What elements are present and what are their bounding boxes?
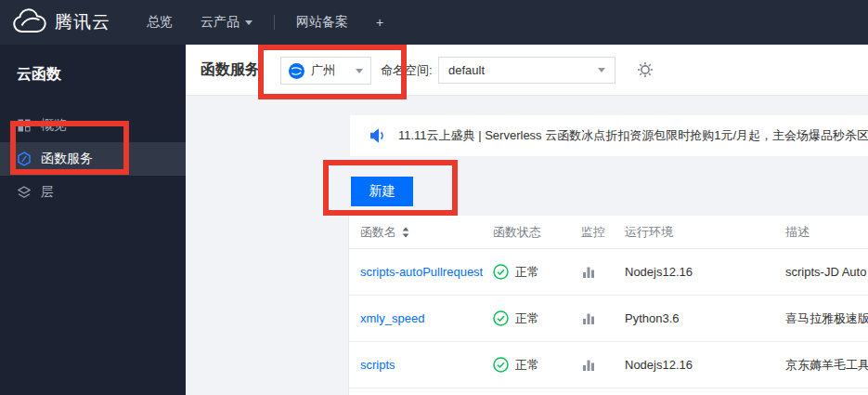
page-title: 函数服务: [201, 45, 260, 96]
speaker-icon: [369, 128, 386, 143]
chevron-down-icon: [356, 69, 363, 73]
topbar-nav: 总览 云产品 网站备案 +: [133, 0, 397, 45]
scf-hexagon-icon: [17, 151, 32, 166]
table-row: xmly_speed 正常 Python3.6 喜马拉雅极速版刷: [349, 296, 868, 342]
status-cell: 正常: [493, 264, 581, 281]
nav-item-label: 云产品: [201, 14, 240, 31]
sidebar-item-label: 函数服务: [41, 151, 93, 167]
sort-icon[interactable]: [402, 227, 409, 238]
runtime-cell: Python3.6: [625, 311, 785, 325]
console-page: 腾讯云 总览 云产品 网站备案 + 云函数: [0, 0, 868, 395]
brand-text: 腾讯云: [55, 10, 110, 34]
sidebar-item-overview[interactable]: 概览: [0, 109, 186, 142]
nav-item-products[interactable]: 云产品: [187, 0, 266, 45]
nav-item-icp-filing[interactable]: 网站备案: [282, 0, 362, 45]
namespace-label: 命名空间:: [381, 45, 433, 96]
region-selector[interactable]: 广州: [280, 57, 371, 85]
function-table: 函数名 函数状态 监控 运行环境 描述 scripts-autoPullrequ…: [348, 216, 868, 395]
status-ok-icon: [493, 357, 509, 373]
column-header-status: 函数状态: [493, 224, 581, 241]
column-header-runtime: 运行环境: [625, 224, 785, 241]
nav-item-add-tab[interactable]: +: [362, 0, 397, 45]
column-header-label: 函数名: [360, 224, 396, 241]
notice-banner: 11.11云上盛典 | Serverless 云函数冰点折扣资源包限时抢购1元/…: [350, 115, 868, 156]
column-header-name: 函数名: [360, 224, 493, 241]
layers-icon: [17, 186, 32, 199]
namespace-selector[interactable]: default: [438, 57, 615, 84]
nav-item-label: 总览: [147, 14, 173, 31]
chevron-down-icon: [598, 68, 605, 72]
monitor-chart-icon[interactable]: [581, 358, 625, 372]
column-header-description: 描述: [785, 224, 868, 241]
plus-icon: +: [376, 15, 383, 30]
nav-item-label: 网站备案: [296, 14, 348, 31]
function-name-link[interactable]: scripts-autoPullrequest: [360, 265, 493, 279]
status-badge: 正常: [515, 310, 539, 327]
status-ok-icon: [493, 264, 509, 280]
create-button[interactable]: 新建: [351, 177, 413, 206]
tencent-cloud-logo[interactable]: 腾讯云: [13, 8, 110, 37]
topbar: 腾讯云 总览 云产品 网站备案 +: [0, 0, 868, 45]
nav-divider: [274, 15, 275, 30]
function-name-link[interactable]: scripts: [360, 358, 493, 372]
sidebar-title: 云函数: [0, 45, 186, 109]
description-cell: 喜马拉雅极速版刷: [785, 310, 868, 327]
table-row: scripts-autoPullrequest 正常 Nodejs12.16: [349, 249, 868, 296]
runtime-cell: Nodejs12.16: [625, 265, 785, 279]
status-badge: 正常: [515, 264, 539, 281]
region-value: 广州: [311, 62, 349, 79]
status-cell: 正常: [493, 357, 581, 374]
table-header-row: 函数名 函数状态 监控 运行环境 描述: [349, 216, 868, 249]
globe-icon: [289, 63, 304, 79]
sidebar-item-function-service[interactable]: 函数服务: [0, 142, 186, 176]
page-header: 函数服务 广州 命名空间: default: [186, 45, 868, 96]
nav-item-overview[interactable]: 总览: [133, 0, 187, 45]
sidebar-item-layers[interactable]: 层: [0, 176, 186, 209]
sidebar-item-label: 层: [41, 184, 54, 201]
monitor-chart-icon[interactable]: [581, 311, 625, 325]
gear-icon[interactable]: [637, 61, 654, 78]
status-ok-icon: [493, 310, 509, 326]
sidebar-item-label: 概览: [41, 117, 67, 134]
cloud-logo-icon: [13, 8, 46, 37]
function-name-link[interactable]: xmly_speed: [360, 311, 493, 325]
chevron-down-icon: [245, 20, 253, 25]
runtime-cell: Nodejs12.16: [625, 358, 785, 372]
notice-text: 11.11云上盛典 | Serverless 云函数冰点折扣资源包限时抢购1元/…: [398, 127, 868, 144]
status-badge: 正常: [515, 357, 539, 374]
status-cell: 正常: [493, 310, 581, 327]
monitor-chart-icon[interactable]: [581, 265, 625, 279]
sidebar: 云函数 概览 函数服务: [0, 45, 186, 395]
description-cell: scripts-JD Auto Pull: [785, 265, 868, 279]
grid-icon: [17, 119, 32, 132]
column-header-monitor: 监控: [581, 224, 625, 241]
table-row: scripts 正常 Nodejs12.16 京东薅羊毛工具: [349, 342, 868, 388]
namespace-value: default: [448, 63, 485, 77]
description-cell: 京东薅羊毛工具: [785, 357, 868, 374]
